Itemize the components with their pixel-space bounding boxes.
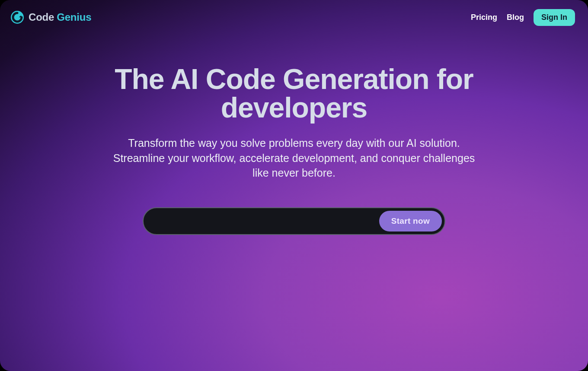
brand-logo-icon — [10, 10, 24, 24]
start-now-button[interactable]: Start now — [379, 211, 442, 231]
top-nav: Code Genius Pricing Blog Sign In — [0, 0, 588, 35]
nav-link-pricing[interactable]: Pricing — [471, 13, 497, 22]
prompt-input[interactable] — [154, 208, 367, 234]
hero-title: The AI Code Generation for developers — [86, 65, 502, 122]
nav-link-blog[interactable]: Blog — [507, 13, 524, 22]
page-root: Code Genius Pricing Blog Sign In The AI … — [0, 0, 588, 371]
brand[interactable]: Code Genius — [10, 10, 91, 24]
nav-right: Pricing Blog Sign In — [471, 9, 575, 26]
brand-word-2: Genius — [57, 11, 91, 23]
prompt-input-container: Start now — [143, 207, 445, 235]
brand-word-1: Code — [29, 11, 54, 23]
hero-subtitle: Transform the way you solve problems eve… — [106, 136, 482, 181]
brand-text: Code Genius — [29, 11, 91, 23]
hero-section: The AI Code Generation for developers Tr… — [0, 65, 588, 235]
sign-in-button[interactable]: Sign In — [534, 9, 575, 26]
